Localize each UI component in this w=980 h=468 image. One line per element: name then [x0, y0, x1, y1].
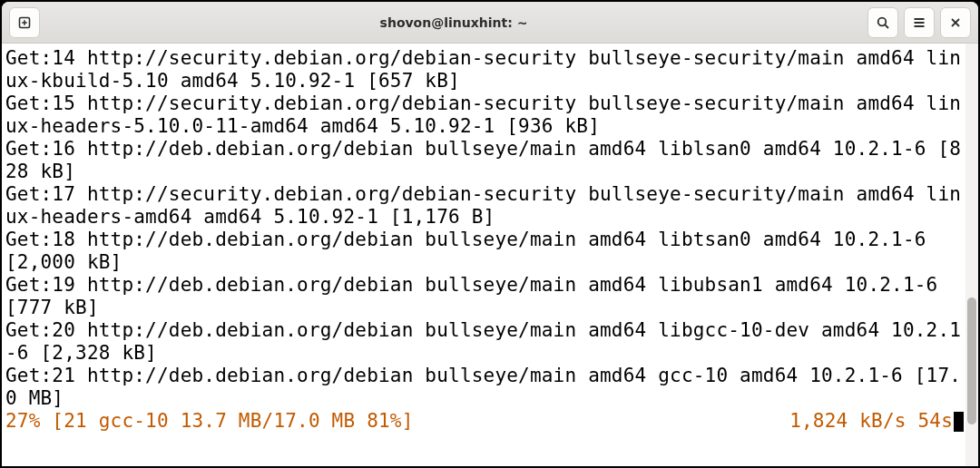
- terminal-window: shovon@linuxhint: ~: [2, 2, 978, 466]
- terminal-area: Get:14 http://security.debian.org/debian…: [2, 44, 978, 466]
- scrollbar[interactable]: [965, 44, 978, 466]
- terminal-line: Get:16 http://deb.debian.org/debian bull…: [5, 138, 961, 182]
- scrollbar-thumb[interactable]: [967, 297, 976, 424]
- progress-right: 1,824 kB/s 54s: [789, 410, 964, 433]
- search-icon: [876, 15, 890, 30]
- titlebar: shovon@linuxhint: ~: [2, 2, 978, 44]
- terminal-line: Get:14 http://security.debian.org/debian…: [5, 47, 961, 92]
- close-button[interactable]: [940, 7, 971, 38]
- svg-point-3: [878, 17, 887, 25]
- new-tab-button[interactable]: [9, 7, 40, 38]
- terminal-output[interactable]: Get:14 http://security.debian.org/debian…: [2, 44, 965, 466]
- titlebar-right: [867, 7, 971, 38]
- svg-line-4: [885, 24, 888, 28]
- menu-icon: [912, 15, 926, 30]
- menu-button[interactable]: [904, 7, 935, 38]
- terminal-line: Get:21 http://deb.debian.org/debian bull…: [5, 365, 961, 409]
- window-title: shovon@linuxhint: ~: [45, 15, 862, 30]
- terminal-line: Get:15 http://security.debian.org/debian…: [5, 93, 961, 137]
- close-icon: [948, 15, 963, 30]
- terminal-line: Get:19 http://deb.debian.org/debian bull…: [5, 274, 949, 318]
- new-tab-icon: [17, 15, 32, 30]
- progress-right-text: 1,824 kB/s 54s: [789, 410, 953, 432]
- progress-left: 27% [21 gcc-10 13.7 MB/17.0 MB 81%]: [5, 410, 414, 433]
- terminal-cursor: [954, 412, 964, 432]
- terminal-line: Get:20 http://deb.debian.org/debian bull…: [5, 319, 961, 364]
- terminal-line: Get:17 http://security.debian.org/debian…: [5, 183, 961, 228]
- progress-row: 27% [21 gcc-10 13.7 MB/17.0 MB 81%]1,824…: [5, 410, 964, 433]
- terminal-line: Get:18 http://deb.debian.org/debian bull…: [5, 229, 937, 273]
- search-button[interactable]: [867, 7, 898, 38]
